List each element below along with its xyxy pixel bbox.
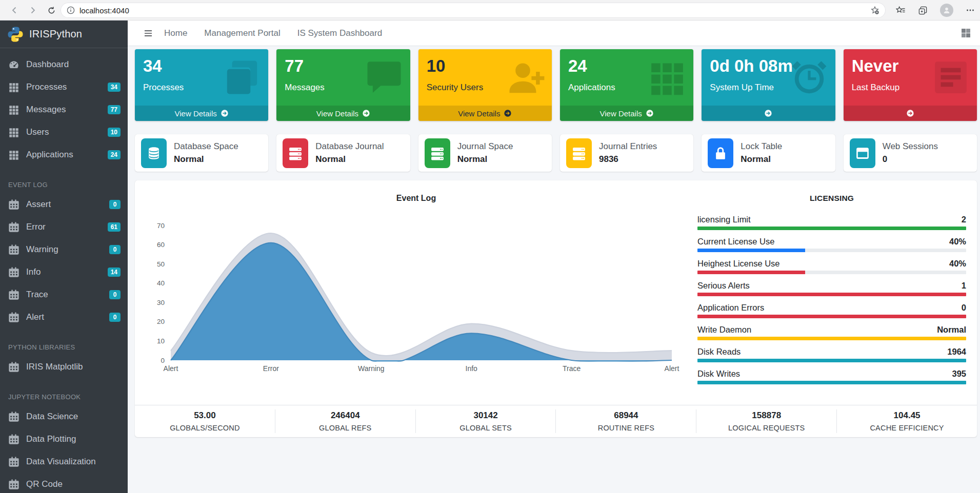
perf-stat-global-sets: 30142 GLOBAL SETS: [415, 409, 556, 433]
sidebar-item-warning[interactable]: Warning 0: [0, 238, 128, 261]
sidebar-item-info[interactable]: Info 14: [0, 261, 128, 283]
collections-icon[interactable]: [918, 6, 928, 15]
arrow-circle-icon: [221, 109, 229, 117]
stat-card-system-up-time: 0d 0h 08m System Up Time: [702, 49, 835, 121]
site-info-icon[interactable]: [67, 6, 75, 14]
topnav-is-system-dashboard[interactable]: IS System Dashboard: [297, 28, 382, 38]
url-bar[interactable]: localhost:4040: [61, 3, 886, 18]
sidebar-item-users[interactable]: Users 10: [0, 121, 128, 143]
sidebar-item-iris-matplotlib[interactable]: IRIS Matplotlib: [0, 356, 128, 378]
grid-layout-icon[interactable]: [961, 28, 971, 38]
python-logo-icon: [7, 26, 24, 43]
svg-text:70: 70: [157, 222, 165, 230]
licensing-panel: LICENSING licensing Limit 2 Current Lice…: [697, 180, 977, 405]
calendar-icon: [8, 199, 19, 210]
licensing-value: 1: [962, 280, 966, 291]
info-value: 0: [883, 154, 938, 165]
perf-stat-label: GLOBAL REFS: [275, 424, 415, 432]
sidebar-item-data-visualization[interactable]: Data Visualization: [0, 450, 128, 473]
browser-menu-icon[interactable]: [966, 6, 975, 15]
perf-stat-label: CACHE EFFICIENCY: [837, 424, 977, 432]
licensing-label: Application Errors: [697, 302, 764, 313]
reload-button[interactable]: [45, 4, 57, 16]
calendar-icon: [8, 479, 19, 490]
calendar-icon: [8, 456, 19, 467]
count-badge: 34: [108, 83, 121, 92]
dashboard-panel: Event Log 010203040506070AlertErrorWarni…: [135, 180, 977, 437]
licensing-label: Write Daemon: [697, 324, 751, 335]
licensing-value: 40%: [949, 236, 966, 246]
sidebar-item-trace[interactable]: Trace 0: [0, 283, 128, 306]
sidebar-item-label: Data Science: [26, 412, 78, 422]
svg-text:Alert: Alert: [665, 364, 679, 373]
view-details-link[interactable]: [844, 106, 977, 121]
brand[interactable]: IRISPython: [0, 20, 128, 48]
sidebar-item-applications[interactable]: Applications 24: [0, 143, 128, 166]
sidebar-item-label: IRIS Matplotlib: [26, 362, 83, 372]
stat-cards-row: 34 Processes View Details 77 Messages Vi…: [135, 49, 977, 121]
view-details-link[interactable]: View Details: [276, 106, 410, 121]
topbar: Home Management Portal IS System Dashboa…: [128, 20, 980, 46]
sidebar-item-processes[interactable]: Processes 34: [0, 76, 128, 98]
hamburger-menu-icon[interactable]: [143, 28, 153, 38]
licensing-value: 2: [962, 214, 966, 224]
count-badge: 0: [109, 313, 121, 322]
progress-bar-fill: [697, 381, 966, 384]
sidebar-item-label: Data Plotting: [26, 434, 76, 444]
sidebar-item-alert[interactable]: Alert 0: [0, 306, 128, 328]
progress-bar-track: [697, 271, 966, 274]
svg-text:50: 50: [157, 260, 165, 268]
add-favorite-icon[interactable]: [870, 6, 879, 15]
view-details-link[interactable]: [702, 106, 835, 121]
licensing-row-heighest-license-use: Heighest License Use 40%: [697, 258, 966, 274]
calendar-icon: [8, 221, 19, 233]
progress-bar-fill: [697, 337, 966, 340]
sidebar-item-label: Dashboard: [26, 59, 69, 70]
sidebar-item-data-science[interactable]: Data Science: [0, 405, 128, 428]
progress-bar-fill: [697, 293, 966, 296]
sidebar-item-messages[interactable]: Messages 77: [0, 98, 128, 121]
server-icon: [425, 138, 450, 168]
progress-bar-track: [697, 315, 966, 318]
sidebar-item-assert[interactable]: Assert 0: [0, 193, 128, 216]
profile-avatar[interactable]: [940, 4, 953, 17]
arrow-circle-icon: [504, 109, 512, 117]
sidebar-item-error[interactable]: Error 61: [0, 216, 128, 238]
forward-button[interactable]: [27, 4, 39, 16]
sidebar-item-data-plotting[interactable]: Data Plotting: [0, 428, 128, 450]
info-card-database-journal: Database Journal Normal: [276, 134, 410, 172]
count-badge: 0: [109, 245, 121, 254]
info-value: Normal: [457, 154, 513, 165]
progress-bar-fill: [697, 315, 966, 318]
back-button[interactable]: [8, 4, 21, 16]
view-details-link[interactable]: View Details: [560, 106, 693, 121]
clock-icon: [789, 57, 829, 97]
sidebar-item-dashboard[interactable]: Dashboard: [0, 53, 128, 76]
topnav-management-portal[interactable]: Management Portal: [204, 28, 280, 38]
count-badge: 10: [108, 128, 121, 137]
browser-chrome: localhost:4040: [0, 0, 980, 20]
view-details-label: View Details: [458, 109, 500, 118]
view-details-label: View Details: [600, 109, 642, 118]
view-details-link[interactable]: View Details: [135, 106, 268, 121]
topnav-home[interactable]: Home: [164, 28, 187, 38]
info-cards-row: Database Space Normal Database Journal N…: [135, 134, 977, 172]
grid-icon: [8, 81, 19, 93]
svg-text:Alert: Alert: [164, 364, 178, 373]
arrow-circle-icon: [646, 109, 654, 117]
view-details-link[interactable]: View Details: [418, 106, 552, 121]
stat-card-messages: 77 Messages View Details: [276, 49, 410, 121]
window-icon: [850, 138, 875, 168]
sidebar-item-label: Error: [26, 222, 46, 232]
info-card-journal-space: Journal Space Normal: [418, 134, 552, 172]
calendar-icon: [8, 244, 19, 255]
sidebar-item-label: Users: [26, 127, 49, 137]
sidebar-item-label: Alert: [26, 312, 44, 322]
info-title: Lock Table: [741, 141, 782, 152]
stat-card-applications: 24 Applications View Details: [560, 49, 693, 121]
svg-text:Trace: Trace: [563, 364, 581, 373]
favorites-bar-icon[interactable]: [896, 6, 906, 15]
progress-bar-track: [697, 381, 966, 384]
performance-stats-row: 53.00 GLOBALS/SECOND 246404 GLOBAL REFS …: [135, 405, 977, 437]
sidebar-item-qr-code[interactable]: QR Code: [0, 473, 128, 493]
